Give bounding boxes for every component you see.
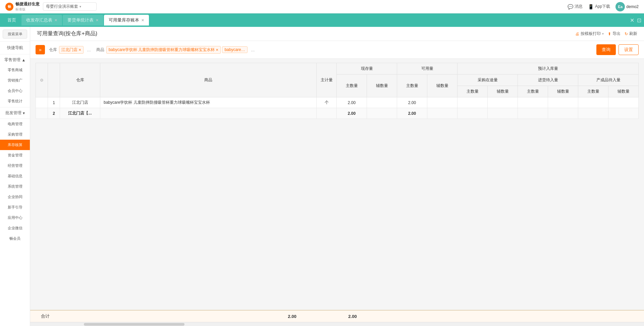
total-label: 合计 (36, 313, 277, 319)
app-download-button[interactable]: 📱 App下载 (588, 4, 610, 9)
table-row: 1 江北门店 babycare学饮杯 儿童防摔防撞吸管杯重力球吸嘴杯宝宝水杯 个… (36, 97, 639, 108)
print-template-label: 按模板打印 (581, 31, 601, 37)
tab-available-stock[interactable]: 可用量库存账本 ✕ (104, 15, 149, 26)
filter-toggle-button[interactable]: » (36, 45, 45, 54)
tab-close-all-icon[interactable]: ✕ (630, 17, 634, 24)
brand-icon: 畅 (5, 3, 13, 11)
col-available-header: 可用量 (397, 63, 458, 75)
row2-unit (317, 108, 337, 119)
row1-purchase-sub (488, 97, 518, 108)
page-title: 可用量查询(按仓库+商品) (37, 30, 97, 37)
filter-area: » 仓库 江北门店 ✕ ... 商品 babycare学饮杯 儿童防摔防撞吸管杯… (30, 41, 644, 59)
content-area: 可用量查询(按仓库+商品) 🖨 按模板打印 ▾ ⬆ 导出 ↻ 刷新 (30, 27, 644, 326)
sidebar-item-enterprise[interactable]: 企业协同 (0, 192, 30, 202)
col-production-sub-header: 辅数量 (608, 86, 639, 97)
query-button[interactable]: 查询 (596, 44, 616, 55)
col-purchase-main-header: 主数量 (458, 86, 488, 97)
sidebar-item-retail-stats[interactable]: 零售统计 (0, 96, 30, 106)
sidebar-search-area: 搜索菜单 (0, 27, 30, 42)
brand-logo: 畅 畅捷通好生意 标准版 (5, 1, 40, 12)
sidebar-section-wholesale: 批发管理 ▾ (0, 107, 30, 119)
data-table: ⚙ 仓库 商品 主计量 现存量 (36, 63, 639, 119)
sidebar-item-ecommerce[interactable]: 电商管理 (0, 119, 30, 129)
product-filter-label: 商品 (96, 47, 104, 53)
row1-product: babycare学饮杯 儿童防摔防撞吸管杯重力球吸嘴杯宝宝水杯 (100, 97, 317, 108)
col-warehouse-header: 仓库 (60, 63, 100, 97)
row1-production-sub (608, 97, 639, 108)
tab-available-stock-close[interactable]: ✕ (141, 18, 144, 22)
user-profile[interactable]: Ea demo2 (615, 2, 639, 11)
row1-warehouse: 江北门店 (60, 97, 100, 108)
sidebar-item-enterprise-wechat[interactable]: 企业微信 (0, 223, 30, 233)
chevron-up-icon: ▲ (22, 58, 26, 62)
col-purchase-sub-header: 辅数量 (488, 86, 518, 97)
sidebar-search-button[interactable]: 搜索菜单 (3, 30, 27, 39)
row1-available-main: 2.00 (397, 97, 427, 108)
tab-receive-summary-label: 收发存汇总表 (26, 17, 52, 23)
row2-warehouse: 江北门店【... (60, 108, 100, 119)
refresh-label: 刷新 (629, 31, 637, 37)
total-stock-main: 2.00 (277, 314, 307, 319)
sidebar-item-basic-info[interactable]: 基础信息 (0, 171, 30, 181)
tab-available-stock-label: 可用量库存账本 (109, 17, 139, 23)
tab-home[interactable]: 首页 (3, 15, 21, 26)
row1-purchase-main (458, 97, 488, 108)
user-name: demo2 (626, 4, 639, 9)
row1-no: 1 (48, 97, 60, 108)
sidebar-section-retail: 零售管理 ▲ 零售商城 营销推广 会员中心 零售统计 (0, 54, 30, 107)
table-settings-icon[interactable]: ⚙ (40, 78, 44, 83)
sidebar-group-wholesale[interactable]: 批发管理 ▾ (0, 108, 30, 118)
tab-bar-right: ✕ ⊡ (630, 17, 641, 24)
sidebar-item-vip-member[interactable]: 畅会员 (0, 233, 30, 244)
tab-bar: 首页 收发存汇总表 ✕ 要货单统计表 ✕ 可用量库存账本 ✕ ✕ ⊡ (0, 13, 644, 27)
row2-production-sub (608, 108, 639, 119)
sidebar-item-operations[interactable]: 经营管理 (0, 160, 30, 171)
col-production-main-header: 主数量 (578, 86, 608, 97)
product-tag-babycare2: babycare… (222, 46, 247, 53)
table-area: ⚙ 仓库 商品 主计量 现存量 (30, 59, 644, 310)
sidebar: 搜索菜单 快捷导航 零售管理 ▲ 零售商城 营销推广 会员中心 零售统计 (0, 27, 30, 326)
print-arrow-icon: ▾ (602, 32, 604, 36)
row1-stock-main: 2.00 (337, 97, 367, 108)
sidebar-item-new-guide[interactable]: 新手引导 (0, 202, 30, 213)
scrollbar-thumb[interactable] (84, 323, 184, 326)
col-incoming-sub-header: 辅数量 (548, 86, 578, 97)
tab-receive-summary-close[interactable]: ✕ (54, 18, 57, 22)
industry-selector[interactable]: 母婴行业演示账套 ▾ (43, 2, 97, 11)
industry-arrow: ▾ (79, 5, 81, 8)
print-template-button[interactable]: 🖨 按模板打印 ▾ (575, 31, 604, 37)
tab-order-stats[interactable]: 要货单统计表 ✕ (63, 15, 103, 26)
tab-restore-icon[interactable]: ⊡ (637, 17, 641, 24)
filter-action-buttons: 查询 设置 (596, 44, 639, 55)
sidebar-item-purchase[interactable]: 采购管理 (0, 129, 30, 140)
refresh-button[interactable]: ↻ 刷新 (625, 31, 637, 37)
message-button[interactable]: 💬 消息 (568, 4, 583, 9)
sidebar-item-retail-mall[interactable]: 零售商城 (0, 65, 30, 75)
sidebar-item-app-center[interactable]: 应用中心 (0, 213, 30, 223)
warehouse-tag-close[interactable]: ✕ (78, 48, 81, 52)
col-stock-sub-header: 辅数量 (367, 75, 397, 97)
sidebar-item-inventory[interactable]: 库存核算 (0, 140, 30, 150)
industry-label: 母婴行业演示账套 (46, 4, 78, 9)
warehouse-more-button[interactable]: ... (86, 47, 92, 52)
sidebar-item-quick-nav[interactable]: 快捷导航 (0, 43, 30, 53)
product-more-button[interactable]: ... (250, 47, 256, 52)
product-tag-babycare: babycare学饮杯 儿童防摔防撞吸管杯重力球吸嘴杯宝宝水杯 ✕ (106, 46, 221, 54)
export-button[interactable]: ⬆ 导出 (608, 31, 621, 37)
col-stock-header: 现存量 (337, 63, 397, 75)
sidebar-group-retail[interactable]: 零售管理 ▲ (0, 55, 30, 65)
product-tag-close[interactable]: ✕ (216, 48, 218, 52)
horizontal-scrollbar[interactable] (30, 322, 644, 326)
settings-button[interactable]: 设置 (619, 44, 639, 55)
row2-product (100, 108, 317, 119)
sidebar-item-finance[interactable]: 资金管理 (0, 150, 30, 160)
sidebar-item-system[interactable]: 系统管理 (0, 181, 30, 192)
warehouse-filter-group: 仓库 江北门店 ✕ ... (49, 46, 92, 54)
tab-receive-summary[interactable]: 收发存汇总表 ✕ (21, 15, 62, 26)
sidebar-item-member[interactable]: 会员中心 (0, 86, 30, 96)
tab-order-stats-close[interactable]: ✕ (96, 18, 99, 22)
sidebar-item-marketing[interactable]: 营销推广 (0, 75, 30, 86)
row1-unit: 个 (317, 97, 337, 108)
row2-stock-main: 2.00 (337, 108, 367, 119)
chevron-down-icon: ▾ (23, 111, 25, 115)
